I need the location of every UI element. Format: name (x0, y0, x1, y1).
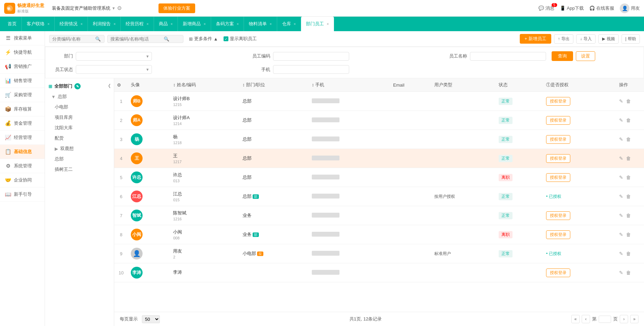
delete-icon[interactable]: 🗑 (626, 232, 631, 237)
tab-warehouse[interactable]: 仓库× (277, 17, 301, 31)
close-icon-active[interactable]: × (327, 22, 329, 26)
row-auth[interactable]: 授权登录 (543, 111, 616, 130)
message-btn[interactable]: 💬 消息 5 (538, 5, 554, 11)
page-number-input[interactable]: 1 (599, 316, 611, 323)
close-icon[interactable]: × (114, 22, 116, 26)
empcode-filter-input[interactable] (273, 52, 349, 61)
trial-button[interactable]: 体验行业方案 (158, 3, 195, 13)
edit-icon[interactable]: ✎ (619, 156, 623, 161)
export-button[interactable]: ↑ 导出 (554, 34, 573, 44)
prev-page-btn[interactable]: ‹ (582, 315, 590, 323)
nav-operation[interactable]: 📈 经营管理 (0, 131, 45, 145)
nav-inventory[interactable]: 📦 库存核算 (0, 102, 45, 116)
delete-icon[interactable]: 🗑 (626, 251, 631, 256)
dept-item-peihuo[interactable]: 配货 (45, 133, 114, 143)
dept-item-shuangluxiang[interactable]: ▶ 双鹿想 (45, 143, 114, 154)
tab-home[interactable]: 首页 (3, 17, 22, 31)
edit-icon[interactable]: ✎ (619, 194, 623, 199)
close-icon[interactable]: × (171, 22, 173, 26)
row-auth[interactable]: 授权登录 (543, 206, 616, 225)
system-dropdown-icon[interactable]: ▾ (112, 6, 115, 11)
empname-filter-input[interactable] (470, 52, 546, 61)
close-icon[interactable]: × (270, 22, 272, 26)
delete-icon[interactable]: 🗑 (626, 156, 631, 161)
first-page-btn[interactable]: « (571, 315, 580, 323)
auth-login-btn[interactable]: 授权登录 (546, 268, 570, 277)
close-icon[interactable]: × (237, 22, 239, 26)
filter-settings-button[interactable]: 设置 (576, 51, 595, 61)
auth-login-btn[interactable]: 授权登录 (546, 135, 570, 144)
auth-login-btn[interactable]: 授权登录 (546, 116, 570, 125)
delete-icon[interactable]: 🗑 (626, 194, 631, 199)
delete-icon[interactable]: 🗑 (626, 213, 631, 218)
dept-filter-select[interactable]: ▾ (76, 52, 152, 61)
delete-icon[interactable]: 🗑 (626, 117, 631, 123)
auth-login-btn[interactable]: 授权登录 (546, 211, 570, 220)
status-filter-select[interactable]: ▾ (76, 65, 152, 74)
import-button[interactable]: ↓ 导入 (576, 34, 596, 44)
tab-profit[interactable]: 利润报告× (88, 17, 121, 31)
edit-icon[interactable]: ✎ (619, 270, 623, 275)
tab-management[interactable]: 经营情况× (55, 17, 88, 31)
more-filter-btn[interactable]: ⊞ 更多条件 ▲ (186, 34, 221, 43)
help-button[interactable]: | 帮助 (622, 34, 640, 44)
auth-login-btn[interactable]: 授权登录 (546, 154, 570, 163)
edit-icon[interactable]: ✎ (619, 117, 623, 123)
col-settings[interactable]: ⚙ (114, 78, 128, 92)
collapse-tree-icon[interactable]: 《 (106, 83, 110, 89)
tab-add-goods[interactable]: 新增商品× (178, 17, 211, 31)
col-dept[interactable]: ↕ 部门/职位 (240, 78, 309, 92)
add-employee-button[interactable]: + 新增员工 (520, 34, 551, 44)
row-auth[interactable]: 授权登录 (543, 149, 616, 168)
row-auth[interactable]: 授权登录 (543, 225, 616, 244)
per-page-select[interactable]: 50 100 (142, 315, 160, 323)
dept-edit-icon[interactable]: ✎ (74, 83, 81, 89)
tab-employees[interactable]: 部门员工× (301, 17, 334, 31)
col-name[interactable]: ↕ 姓名/编码 (170, 78, 239, 92)
tab-barcode[interactable]: 条码方案× (211, 17, 244, 31)
phone-filter-input[interactable] (273, 65, 349, 74)
col-phone[interactable]: ↕ 手机 (309, 78, 390, 92)
nav-basic-info[interactable]: 📋 基础信息 (0, 145, 45, 159)
last-page-btn[interactable]: » (630, 315, 638, 323)
nav-system[interactable]: ⚙ 系统管理 (0, 159, 45, 173)
edit-icon[interactable]: ✎ (619, 251, 623, 256)
emp-search-input[interactable] (110, 36, 162, 42)
nav-sales[interactable]: 📊 销售管理 (0, 74, 45, 88)
dept-item-xiaodian[interactable]: 小电部 (45, 102, 114, 112)
auth-login-btn[interactable]: 授权登录 (546, 173, 570, 182)
close-icon[interactable]: × (294, 22, 296, 26)
dept-tree-header[interactable]: ⊞ 全部部门 ✎ 《 (45, 81, 114, 91)
tab-goods[interactable]: 商品× (154, 17, 178, 31)
row-auth[interactable]: 授权登录 (543, 92, 616, 111)
close-icon[interactable]: × (47, 22, 49, 26)
delete-icon[interactable]: 🗑 (626, 136, 631, 142)
dept-item-xiangmu[interactable]: 项目库房 (45, 112, 114, 123)
show-resigned-toggle[interactable]: ✓ 显示离职员工 (224, 36, 257, 42)
category-search-icon[interactable]: 🔍 (95, 36, 101, 42)
query-button[interactable]: 查询 (552, 51, 573, 61)
view-button[interactable]: ▶ 视频 (598, 34, 619, 44)
tab-bom[interactable]: 物料清单× (244, 17, 277, 31)
edit-icon[interactable]: ✎ (619, 98, 623, 104)
dept-item-zongbu[interactable]: ▼ 总部 (45, 91, 114, 102)
category-search-input[interactable] (52, 36, 94, 42)
dept-item-chashuwang[interactable]: 插树王二 (45, 164, 114, 175)
next-page-btn[interactable]: › (620, 315, 628, 323)
delete-icon[interactable]: 🗑 (626, 175, 631, 180)
emp-search-icon[interactable]: 🔍 (164, 36, 169, 42)
delete-icon[interactable]: 🗑 (626, 98, 631, 104)
online-service-btn[interactable]: 🎧 在线客服 (589, 5, 614, 11)
dept-item-zongbu2[interactable]: 总部 (45, 154, 114, 164)
nav-collab[interactable]: 🤝 企业协同 (0, 173, 45, 187)
row-auth[interactable]: 授权登录 (543, 130, 616, 149)
edit-icon[interactable]: ✎ (619, 175, 623, 180)
nav-quicknav[interactable]: ⚡ 快捷导航 (0, 45, 45, 60)
nav-finance[interactable]: 💰 资金管理 (0, 116, 45, 131)
edit-icon[interactable]: ✎ (619, 232, 623, 237)
nav-guide[interactable]: 📖 新手引导 (0, 187, 45, 202)
edit-icon[interactable]: ✎ (619, 213, 623, 218)
nav-purchase[interactable]: 🛒 采购管理 (0, 88, 45, 102)
tab-history[interactable]: 经营历程× (121, 17, 154, 31)
edit-icon[interactable]: ✎ (619, 136, 623, 142)
